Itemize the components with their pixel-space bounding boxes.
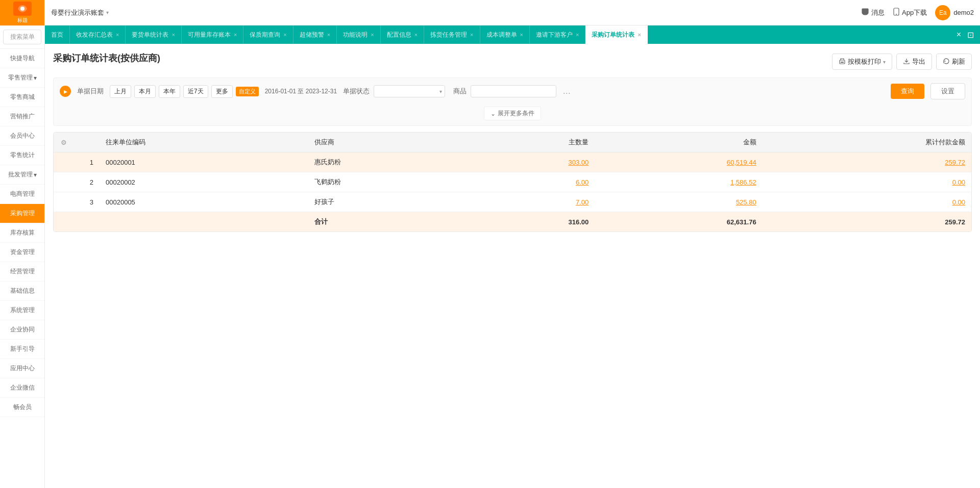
tab-picking-task[interactable]: 拣货任务管理 × [424, 25, 480, 44]
tab-cost-adjust[interactable]: 成本调整单 × [480, 25, 530, 44]
expand-more-row: ⌄ 展开更多条件 [60, 104, 965, 120]
message-button[interactable]: 消息 [861, 8, 885, 17]
print-button[interactable]: 按模板打印 ▾ [832, 54, 892, 70]
status-select-wrap [374, 85, 445, 97]
sidebar-item-wholesale-mgmt[interactable]: 批发管理 ▾ [0, 165, 44, 185]
tab-close-icon[interactable]: × [116, 32, 119, 38]
tab-order-stats[interactable]: 要货单统计表 × [126, 25, 181, 44]
filter-bar: ▸ 单据日期 上月 本月 本年 近7天 更多 自定义 2016-01-01 至 … [53, 78, 972, 126]
sidebar-item-retail-mgmt[interactable]: 零售管理 ▾ [0, 68, 44, 88]
svg-point-0 [20, 7, 24, 11]
refresh-button[interactable]: 刷新 [936, 54, 972, 70]
tab-close-icon[interactable]: × [234, 32, 237, 38]
date-filter-label: 单据日期 [77, 87, 104, 96]
sidebar-item-basic-info[interactable]: 基础信息 [0, 281, 44, 301]
close-tab-button[interactable]: × [954, 29, 963, 40]
row-qty[interactable]: 6.00 [464, 172, 595, 192]
row-paid[interactable]: 0.00 [763, 172, 971, 192]
col-gear: ⚙ [54, 133, 74, 152]
svg-rect-5 [841, 62, 844, 63]
data-table: ⚙ 往来单位编码 供应商 主数量 金额 累计付款金额 1 00020001 [53, 132, 972, 232]
refresh-icon [943, 58, 950, 66]
tab-purchase-order-stats[interactable]: 采购订单统计表 × [585, 25, 647, 44]
maximize-tab-button[interactable]: ⊡ [965, 29, 976, 41]
tab-expiry-query[interactable]: 保质期查询 × [243, 25, 293, 44]
row-index: 1 [74, 152, 100, 172]
row-amount[interactable]: 60,519.44 [595, 152, 762, 172]
filter-last-7-days[interactable]: 近7天 [183, 85, 208, 98]
tab-function-desc[interactable]: 功能说明 × [337, 25, 380, 44]
date-range-display: 2016-01-01 至 2023-12-31 [265, 87, 337, 96]
tab-close-icon[interactable]: × [638, 32, 641, 38]
sidebar-item-app-center[interactable]: 应用中心 [0, 359, 44, 378]
printer-icon [839, 58, 846, 66]
sidebar-item-enterprise-wechat[interactable]: 企业微信 [0, 378, 44, 398]
table-row: 3 00020005 好孩子 7.00 525.80 0.00 [54, 192, 971, 212]
tab-overstock-warning[interactable]: 超储预警 × [293, 25, 337, 44]
sidebar-item-business-mgmt[interactable]: 经营管理 [0, 262, 44, 281]
row-index: 3 [74, 192, 100, 212]
sidebar-item-system-mgmt[interactable]: 系统管理 [0, 301, 44, 320]
sidebar-item-member[interactable]: 畅会员 [0, 398, 44, 417]
tab-close-icon[interactable]: × [371, 32, 374, 38]
sidebar-item-inventory[interactable]: 库存核算 [0, 223, 44, 243]
sidebar-item-quick-nav[interactable]: 快捷导航 [0, 49, 44, 68]
tab-bar: 首页 收发存汇总表 × 要货单统计表 × 可用量库存账本 × 保质期查询 × 超… [45, 25, 980, 44]
main-area: 母婴行业演示账套 ▾ 消息 App下载 Ea demo2 [45, 0, 980, 488]
goods-input[interactable] [471, 85, 556, 97]
tab-close-icon[interactable]: × [327, 32, 330, 38]
tab-close-icon[interactable]: × [520, 32, 523, 38]
sidebar-item-retail-stats[interactable]: 零售统计 [0, 146, 44, 165]
sidebar-item-retail-mall[interactable]: 零售商城 [0, 88, 44, 107]
sidebar-item-new-guide[interactable]: 新手引导 [0, 340, 44, 359]
col-index-header [74, 133, 100, 152]
tab-config-info[interactable]: 配置信息 × [381, 25, 424, 44]
expand-more-button[interactable]: ⌄ 展开更多条件 [484, 107, 541, 120]
phone-icon [893, 8, 900, 17]
row-qty[interactable]: 303.00 [464, 152, 595, 172]
status-select[interactable] [374, 85, 445, 97]
tab-close-icon[interactable]: × [172, 32, 175, 38]
sidebar-item-purchase-mgmt[interactable]: 采购管理 [0, 204, 44, 223]
tab-available-stock[interactable]: 可用量库存账本 × [182, 25, 243, 44]
filter-this-year[interactable]: 本年 [159, 85, 180, 98]
sidebar-item-ecommerce[interactable]: 电商管理 [0, 185, 44, 204]
sidebar-item-enterprise-collab[interactable]: 企业协同 [0, 320, 44, 340]
footer-index [74, 212, 100, 232]
gear-icon[interactable]: ⚙ [61, 139, 67, 146]
filter-row-1: ▸ 单据日期 上月 本月 本年 近7天 更多 自定义 2016-01-01 至 … [60, 83, 965, 99]
goods-label: 商品 [453, 87, 467, 96]
workspace-dropdown[interactable]: 母婴行业演示账套 ▾ [51, 8, 857, 17]
sidebar-item-marketing[interactable]: 营销推广 [0, 107, 44, 126]
row-paid[interactable]: 259.72 [763, 152, 971, 172]
row-paid[interactable]: 0.00 [763, 192, 971, 212]
col-qty-header: 主数量 [464, 133, 595, 152]
row-amount[interactable]: 525.80 [595, 192, 762, 212]
search-menu-button[interactable]: 搜索菜单 [3, 30, 41, 44]
sidebar-item-finance[interactable]: 资金管理 [0, 243, 44, 262]
footer-label: 合计 [308, 212, 464, 232]
row-qty[interactable]: 7.00 [464, 192, 595, 212]
app-download-button[interactable]: App下载 [893, 8, 927, 17]
tab-stock-summary[interactable]: 收发存汇总表 × [70, 25, 126, 44]
settings-button[interactable]: 设置 [930, 83, 965, 99]
tab-close-icon[interactable]: × [576, 32, 579, 38]
tab-invite-downstream[interactable]: 邀请下游客户 × [530, 25, 585, 44]
footer-row: 合计 316.00 62,631.76 259.72 [54, 212, 971, 232]
filter-more-dates[interactable]: 更多 [211, 85, 233, 98]
filter-last-month[interactable]: 上月 [110, 85, 131, 98]
goods-more-button[interactable]: … [560, 87, 573, 96]
query-button[interactable]: 查询 [891, 84, 924, 99]
tab-close-icon[interactable]: × [283, 32, 286, 38]
col-paid-header: 累计付款金额 [763, 133, 971, 152]
tab-home[interactable]: 首页 [45, 25, 70, 44]
expand-button[interactable]: ▸ [60, 86, 71, 97]
filter-inputs: 单据状态 商品 … [343, 85, 885, 97]
export-button[interactable]: 导出 [896, 54, 932, 70]
filter-this-month[interactable]: 本月 [134, 85, 156, 98]
row-code: 00020002 [100, 172, 308, 192]
row-amount[interactable]: 1,586.52 [595, 172, 762, 192]
sidebar-item-member-center[interactable]: 会员中心 [0, 126, 44, 146]
tab-close-icon[interactable]: × [414, 32, 418, 38]
tab-close-icon[interactable]: × [470, 32, 473, 38]
